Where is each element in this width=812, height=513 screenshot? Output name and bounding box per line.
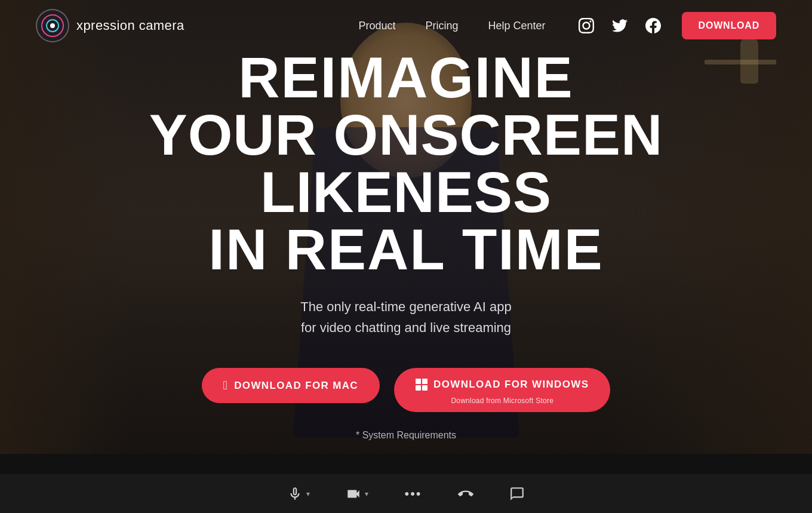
camera-control[interactable]: ▾ xyxy=(346,486,368,502)
microphone-dropdown-arrow: ▾ xyxy=(306,490,310,498)
brand-name: xpression camera xyxy=(76,18,184,33)
bottom-toolbar: ▾ ▾ ••• xyxy=(0,474,812,513)
hero-title-line2: YOUR ONSCREEN LIKENESS xyxy=(0,106,812,221)
chat-icon xyxy=(509,486,525,502)
download-mac-button[interactable]:  DOWNLOAD FOR MAC xyxy=(202,368,380,403)
hero-title-line1: REIMAGINE xyxy=(0,49,812,106)
chat-control[interactable] xyxy=(509,486,525,502)
more-dots-icon: ••• xyxy=(404,486,422,502)
download-windows-button[interactable]: DOWNLOAD FOR WINDOWS Download from Micro… xyxy=(394,368,610,412)
hero-section: REIMAGINE YOUR ONSCREEN LIKENESS IN REAL… xyxy=(0,0,812,454)
logo-link[interactable]: xpression camera xyxy=(36,9,184,42)
hero-title-line3: IN REAL TIME xyxy=(0,221,812,278)
instagram-icon[interactable] xyxy=(576,15,597,36)
system-requirements-link[interactable]: * System Requirements xyxy=(356,430,456,441)
nav-links: Product Pricing Help Center xyxy=(358,20,545,32)
twitter-icon[interactable] xyxy=(609,15,630,36)
nav-download-button[interactable]: DOWNLOAD xyxy=(682,12,776,39)
nav-pricing[interactable]: Pricing xyxy=(426,20,459,32)
apple-icon:  xyxy=(223,379,229,392)
end-call-control[interactable] xyxy=(458,486,473,502)
camera-dropdown-arrow: ▾ xyxy=(365,490,368,498)
nav-product[interactable]: Product xyxy=(358,20,395,32)
end-call-icon xyxy=(458,486,473,502)
windows-icon xyxy=(416,379,427,391)
navbar: xpression camera Product Pricing Help Ce… xyxy=(0,0,812,51)
camera-icon xyxy=(346,486,361,502)
microphone-control[interactable]: ▾ xyxy=(287,486,310,502)
more-options-control[interactable]: ••• xyxy=(404,486,422,502)
facebook-icon[interactable] xyxy=(642,15,664,36)
hero-cta-buttons:  DOWNLOAD FOR MAC DOWNLOAD FOR WINDOWS … xyxy=(202,368,611,412)
hero-title: REIMAGINE YOUR ONSCREEN LIKENESS IN REAL… xyxy=(0,49,812,296)
logo-icon xyxy=(36,9,69,42)
nav-help-center[interactable]: Help Center xyxy=(488,20,546,32)
hero-subtitle: The only real-time generative AI app for… xyxy=(300,296,511,338)
hero-content: REIMAGINE YOUR ONSCREEN LIKENESS IN REAL… xyxy=(0,0,812,454)
microsoft-store-label: Download from Microsoft Store xyxy=(451,397,553,405)
social-links xyxy=(576,15,664,36)
microphone-icon xyxy=(287,486,303,502)
